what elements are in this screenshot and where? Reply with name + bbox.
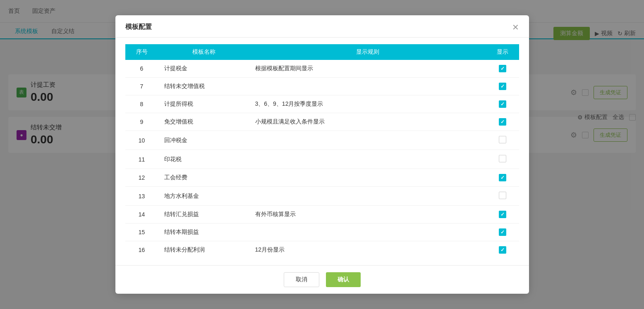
modal-footer: 取消 确认 <box>115 265 529 294</box>
checkbox-checked[interactable] <box>499 211 506 218</box>
checkbox-unchecked[interactable] <box>499 136 506 143</box>
table-row: 6计提税金根据模板配置期间显示 <box>125 60 519 78</box>
col-header-name: 模板名称 <box>158 44 249 60</box>
checkbox-checked[interactable] <box>499 246 506 254</box>
cell-name: 免交增值税 <box>158 113 249 131</box>
cell-index: 15 <box>125 223 158 241</box>
checkbox-checked[interactable] <box>499 83 506 90</box>
cell-name: 结转汇兑损益 <box>158 206 249 223</box>
table-row: 11印花税 <box>125 150 519 169</box>
table-row: 14结转汇兑损益有外币核算显示 <box>125 206 519 223</box>
modal-close-button[interactable]: ✕ <box>512 23 519 31</box>
cell-rule <box>249 131 486 150</box>
cell-rule <box>249 169 486 187</box>
table-row: 13地方水利基金 <box>125 187 519 206</box>
col-header-display: 显示 <box>486 44 519 60</box>
table-row: 7结转未交增值税 <box>125 78 519 95</box>
modal-body[interactable]: 序号 模板名称 显示规则 显示 6计提税金根据模板配置期间显示7结转未交增值税8… <box>115 38 529 265</box>
checkbox-checked[interactable] <box>499 174 506 181</box>
cell-display <box>486 60 519 78</box>
cell-index: 7 <box>125 78 158 95</box>
table-row: 15结转本期损益 <box>125 223 519 241</box>
cell-name: 结转本期损益 <box>158 223 249 241</box>
table-row: 16结转未分配利润12月份显示 <box>125 241 519 259</box>
cell-name: 地方水利基金 <box>158 187 249 206</box>
cell-rule <box>249 150 486 169</box>
cell-display <box>486 169 519 187</box>
table-row: 12工会经费 <box>125 169 519 187</box>
checkbox-unchecked[interactable] <box>499 192 506 199</box>
cell-rule: 根据模板配置期间显示 <box>249 60 486 78</box>
col-header-rule: 显示规则 <box>249 44 486 60</box>
cell-display <box>486 95 519 113</box>
modal-overlay: 模板配置 ✕ 序号 模板名称 显示规则 显示 6计提税金根据模板配置期间显示7结… <box>0 0 644 309</box>
cell-display <box>486 206 519 223</box>
col-header-index: 序号 <box>125 44 158 60</box>
cell-rule: 12月份显示 <box>249 241 486 259</box>
cell-index: 16 <box>125 241 158 259</box>
cell-index: 8 <box>125 95 158 113</box>
cancel-button[interactable]: 取消 <box>284 272 319 287</box>
cell-name: 结转未交增值税 <box>158 78 249 95</box>
checkbox-unchecked[interactable] <box>499 155 506 162</box>
cell-rule: 3、6、9、12月按季度显示 <box>249 95 486 113</box>
modal-template-config: 模板配置 ✕ 序号 模板名称 显示规则 显示 6计提税金根据模板配置期间显示7结… <box>115 15 529 294</box>
cell-display <box>486 150 519 169</box>
cell-display <box>486 241 519 259</box>
cell-name: 回冲税金 <box>158 131 249 150</box>
confirm-button[interactable]: 确认 <box>326 272 361 287</box>
cell-name: 计提所得税 <box>158 95 249 113</box>
cell-name: 印花税 <box>158 150 249 169</box>
config-table: 序号 模板名称 显示规则 显示 6计提税金根据模板配置期间显示7结转未交增值税8… <box>125 44 519 259</box>
cell-name: 结转未分配利润 <box>158 241 249 259</box>
cell-display <box>486 187 519 206</box>
checkbox-checked[interactable] <box>499 118 506 126</box>
checkbox-checked[interactable] <box>499 100 506 108</box>
cell-display <box>486 131 519 150</box>
cell-index: 13 <box>125 187 158 206</box>
cell-rule: 有外币核算显示 <box>249 206 486 223</box>
cell-display <box>486 113 519 131</box>
cell-display <box>486 223 519 241</box>
cell-name: 工会经费 <box>158 169 249 187</box>
cell-rule <box>249 78 486 95</box>
cell-index: 10 <box>125 131 158 150</box>
modal-header: 模板配置 ✕ <box>115 15 529 38</box>
cell-display <box>486 78 519 95</box>
cell-rule <box>249 223 486 241</box>
table-row: 8计提所得税3、6、9、12月按季度显示 <box>125 95 519 113</box>
cell-rule: 小规模且满足收入条件显示 <box>249 113 486 131</box>
cell-name: 计提税金 <box>158 60 249 78</box>
checkbox-checked[interactable] <box>499 228 506 236</box>
cell-index: 6 <box>125 60 158 78</box>
cell-index: 14 <box>125 206 158 223</box>
cell-index: 11 <box>125 150 158 169</box>
cell-index: 9 <box>125 113 158 131</box>
modal-title: 模板配置 <box>125 23 152 31</box>
cell-index: 12 <box>125 169 158 187</box>
table-row: 9免交增值税小规模且满足收入条件显示 <box>125 113 519 131</box>
cell-rule <box>249 187 486 206</box>
checkbox-checked[interactable] <box>499 65 506 72</box>
table-row: 10回冲税金 <box>125 131 519 150</box>
